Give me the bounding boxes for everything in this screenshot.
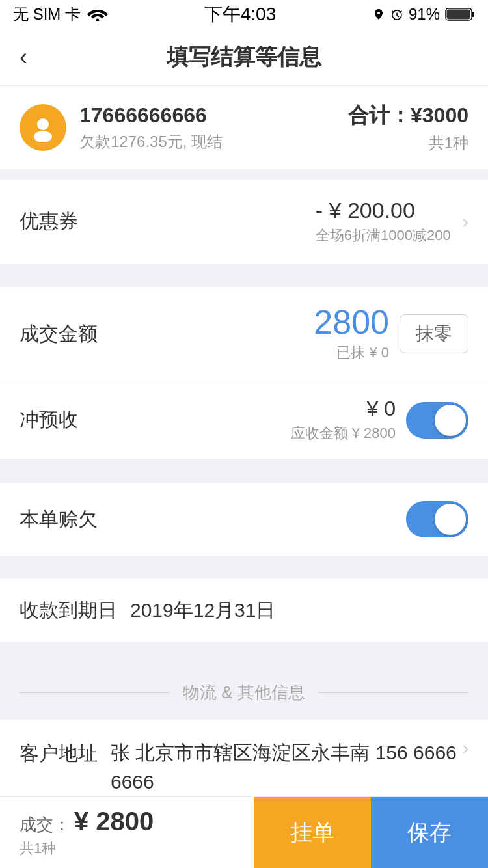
content: 17666666666 欠款1276.35元, 现结 合计：¥3000 共1种 … [0, 86, 488, 868]
round-off-button[interactable]: 抹零 [400, 314, 468, 353]
transaction-amount-row: 成交金额 2800 已抹 ¥ 0 抹零 [0, 287, 488, 381]
amount-value: 2800 [314, 305, 389, 339]
amount-info: 2800 已抹 ¥ 0 [314, 305, 389, 362]
prepaid-amount-group: ¥ 0 应收金额 ¥ 2800 [291, 397, 396, 443]
customer-section: 17666666666 欠款1276.35元, 现结 合计：¥3000 共1种 [0, 86, 488, 169]
gray-separator-3 [0, 566, 488, 579]
battery-icon [445, 7, 475, 21]
chevron-right-icon: › [463, 211, 468, 232]
customer-phone: 17666666666 [79, 103, 223, 128]
location-icon [372, 8, 385, 21]
toggle-knob [435, 405, 466, 436]
bottom-deal-amount: ¥ 2800 [74, 807, 154, 836]
coupon-desc: 全场6折满1000减200 [316, 226, 451, 245]
prepaid-toggle[interactable] [406, 402, 468, 439]
status-left: 无 SIM 卡 [13, 4, 108, 25]
bottom-count: 共1种 [20, 839, 234, 858]
wifi-icon [87, 7, 108, 21]
nav-bar: ‹ 填写结算等信息 [0, 29, 488, 86]
alarm-icon [390, 8, 403, 21]
amount-sub: 已抹 ¥ 0 [314, 343, 389, 362]
status-bar: 无 SIM 卡 下午4:03 91% [0, 0, 488, 29]
svg-point-6 [34, 131, 52, 142]
back-button[interactable]: ‹ [13, 37, 34, 77]
amount-label: 成交金额 [20, 321, 98, 347]
svg-point-0 [96, 19, 100, 22]
gray-separator-4 [0, 653, 488, 666]
debt-label: 本单赊欠 [20, 506, 98, 533]
customer-right: 合计：¥3000 共1种 [348, 102, 468, 154]
page-title: 填写结算等信息 [167, 42, 321, 72]
debt-row: 本单赊欠 [0, 483, 488, 556]
transaction-section: 成交金额 2800 已抹 ¥ 0 抹零 冲预收 ¥ 0 应收金额 ¥ 2800 [0, 287, 488, 459]
coupon-discount: - ¥ 200.00 [316, 198, 451, 223]
bottom-summary: 成交： ¥ 2800 共1种 [0, 807, 254, 858]
total-count: 共1种 [348, 133, 468, 154]
svg-rect-4 [472, 12, 474, 17]
gray-separator-1 [0, 274, 488, 287]
address-chevron-icon: › [463, 738, 468, 759]
svg-rect-3 [447, 10, 470, 20]
hang-button[interactable]: 挂单 [254, 797, 371, 869]
logistics-label: 物流 & 其他信息 [183, 681, 305, 704]
debt-toggle-knob [435, 504, 466, 535]
customer-left: 17666666666 欠款1276.35元, 现结 [20, 103, 223, 152]
coupon-info: - ¥ 200.00 全场6折满1000减200 [316, 198, 451, 245]
due-date-label: 收款到期日 [20, 597, 117, 624]
coupon-right: - ¥ 200.00 全场6折满1000减200 › [316, 198, 468, 245]
logistics-divider: 物流 & 其他信息 [0, 666, 488, 720]
due-date-section: 收款到期日 2019年12月31日 [0, 579, 488, 642]
battery-text: 91% [409, 5, 440, 23]
svg-point-5 [37, 118, 49, 130]
divider-line-right [318, 692, 468, 693]
amount-right: 2800 已抹 ¥ 0 抹零 [314, 305, 468, 362]
prepaid-sub: 应收金额 ¥ 2800 [291, 424, 396, 443]
avatar-icon [29, 113, 57, 142]
bottom-deal-row: 成交： ¥ 2800 [20, 807, 234, 836]
avatar [20, 104, 66, 151]
due-date-row: 收款到期日 2019年12月31日 [0, 579, 488, 642]
address-label: 客户地址 [20, 740, 98, 767]
save-button[interactable]: 保存 [371, 797, 488, 869]
bottom-bar: 成交： ¥ 2800 共1种 挂单 保存 [0, 796, 488, 868]
debt-section: 本单赊欠 [0, 483, 488, 556]
debt-toggle[interactable] [406, 501, 468, 537]
customer-debt: 欠款1276.35元, 现结 [79, 131, 223, 152]
status-time: 下午4:03 [204, 2, 277, 27]
total-amount: 合计：¥3000 [348, 102, 468, 130]
status-right: 91% [372, 5, 475, 23]
prepaid-row: 冲预收 ¥ 0 应收金额 ¥ 2800 [0, 381, 488, 459]
customer-info: 17666666666 欠款1276.35元, 现结 [79, 103, 223, 152]
address-value: 张 北京市市辖区海淀区永丰南 156 6666 6666 [111, 738, 457, 796]
divider-line-left [20, 692, 170, 693]
gray-separator-2 [0, 470, 488, 483]
prepaid-label: 冲预收 [20, 407, 78, 433]
coupon-label: 优惠券 [20, 208, 78, 235]
prepaid-amount: ¥ 0 [291, 397, 396, 421]
bottom-deal-label: 成交： [20, 813, 70, 836]
due-date-value: 2019年12月31日 [130, 597, 275, 624]
signal-text: 无 SIM 卡 [13, 4, 81, 25]
coupon-section[interactable]: 优惠券 - ¥ 200.00 全场6折满1000减200 › [0, 180, 488, 264]
prepaid-right: ¥ 0 应收金额 ¥ 2800 [291, 397, 468, 443]
